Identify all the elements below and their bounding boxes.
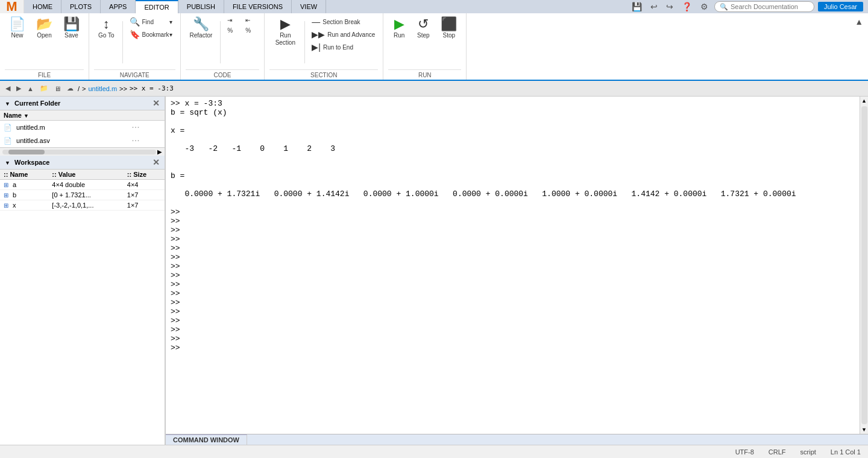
comment-button[interactable]: % bbox=[224, 26, 241, 35]
new-label: New bbox=[11, 32, 23, 39]
up-folder-button[interactable]: ▲ bbox=[25, 84, 36, 93]
collapse-ribbon-icon[interactable]: ▲ bbox=[852, 16, 866, 28]
ws-col-size[interactable]: :: Size bbox=[124, 170, 165, 180]
ws-value-b: [0 + 1.7321... bbox=[48, 190, 123, 200]
ws-row-a[interactable]: ⊞ a 4×4 double 4×4 bbox=[0, 180, 165, 190]
run-section-icon: ▶ bbox=[280, 17, 291, 31]
indent-button[interactable]: ⇥ bbox=[224, 16, 241, 25]
tab-editor[interactable]: EDITOR bbox=[136, 0, 178, 13]
open-button[interactable]: 📂 Open bbox=[32, 16, 57, 41]
position-status[interactable]: Ln 1 Col 1 bbox=[828, 448, 863, 456]
run-section-button[interactable]: ▶ RunSection bbox=[269, 16, 301, 48]
ws-row-x[interactable]: ⊞ x [-3,-2,-1,0,1,... 1×7 bbox=[0, 200, 165, 211]
user-badge[interactable]: Julio Cesar bbox=[818, 2, 863, 11]
step-button[interactable]: ↺ Step bbox=[412, 16, 434, 41]
breadcrumb[interactable]: untitled.m bbox=[88, 85, 117, 92]
run-section-label: RUN bbox=[388, 69, 461, 80]
desktop-button[interactable]: 🖥 bbox=[52, 84, 63, 93]
find-icon: 🔍 bbox=[130, 17, 140, 27]
vscroll-track[interactable] bbox=[861, 106, 867, 424]
tab-file-versions[interactable]: FILE VERSIONS bbox=[224, 0, 292, 13]
run-advance-button[interactable]: ▶▶ Run and Advance bbox=[309, 28, 378, 40]
folder-hscrollbar[interactable]: ▶ bbox=[0, 147, 165, 156]
save-ribbon-icon: 💾 bbox=[63, 17, 80, 31]
ribbon-run-section: ▶ Run ↺ Step ⬛ Stop RUN bbox=[383, 13, 467, 80]
close-folder-panel-button[interactable]: ✕ bbox=[153, 98, 160, 108]
file-table: Name ▼ 📄 untitled.m ··· bbox=[0, 110, 165, 147]
refactor-icon: 🔧 bbox=[193, 17, 209, 31]
settings-icon[interactable]: ⚙ bbox=[698, 1, 711, 13]
hscroll-right-arrow[interactable]: ▶ bbox=[157, 148, 162, 155]
outdent-icon: ⇤ bbox=[245, 17, 250, 24]
redo-icon[interactable]: ↪ bbox=[664, 1, 676, 13]
ws-col-name[interactable]: :: Name bbox=[0, 170, 48, 180]
current-folder-header: ▼ Current Folder ✕ bbox=[0, 97, 165, 110]
file-name-untitled-asv: 📄 untitled.asv bbox=[0, 134, 128, 147]
bookmark-button[interactable]: 🔖 Bookmark ▾ bbox=[127, 28, 175, 40]
folder-triangle-icon: ▼ bbox=[5, 101, 10, 107]
forward-button[interactable]: ▶ bbox=[14, 84, 23, 93]
vscroll-down-arrow[interactable]: ▼ bbox=[860, 425, 868, 434]
step-icon: ↺ bbox=[418, 17, 429, 31]
code-section-label: CODE bbox=[186, 69, 260, 80]
tab-view[interactable]: VIEW bbox=[292, 0, 326, 13]
file-m-icon: 📄 bbox=[4, 124, 12, 131]
status-bar: UTF-8 CRLF script Ln 1 Col 1 bbox=[0, 445, 868, 458]
bookmark-icon: 🔖 bbox=[130, 30, 140, 39]
stop-button[interactable]: ⬛ Stop bbox=[436, 16, 461, 41]
right-container: >> x = -3:3 b = sqrt (x) x = -3 -2 -1 0 … bbox=[166, 97, 868, 434]
type-status[interactable]: script bbox=[798, 448, 819, 456]
back-button[interactable]: ◀ bbox=[4, 84, 12, 93]
help-icon[interactable]: ❓ bbox=[679, 1, 694, 13]
ribbon: 📄 New 📂 Open 💾 Save FILE ↕ Go To 🔍 bbox=[0, 13, 868, 81]
run-end-button[interactable]: ▶| Run to End bbox=[309, 41, 378, 53]
new-button[interactable]: 📄 New bbox=[5, 16, 30, 41]
run-button[interactable]: ▶ Run bbox=[388, 16, 410, 41]
section-break-button[interactable]: — Section Break bbox=[309, 16, 378, 28]
vscroll-up-arrow[interactable]: ▲ bbox=[860, 97, 868, 105]
workspace-table: :: Name :: Value :: Size bbox=[0, 170, 165, 211]
file-dots-untitled-m[interactable]: ··· bbox=[128, 121, 165, 135]
stop-label: Stop bbox=[442, 32, 455, 39]
file-row-untitled-m[interactable]: 📄 untitled.m ··· bbox=[0, 121, 165, 135]
comment-icon: % bbox=[227, 27, 233, 34]
save-button[interactable]: 💾 Save bbox=[59, 16, 84, 41]
find-button[interactable]: 🔍 Find ▾ bbox=[127, 16, 175, 28]
run-label: Run bbox=[394, 32, 404, 39]
search-input[interactable] bbox=[731, 3, 809, 10]
cloud-button[interactable]: ☁ bbox=[65, 84, 75, 93]
more-options-icon-2[interactable]: ··· bbox=[131, 135, 139, 145]
file-row-untitled-asv[interactable]: 📄 untitled.asv ··· bbox=[0, 134, 165, 147]
undo-icon[interactable]: ↩ bbox=[648, 1, 660, 13]
tab-apps[interactable]: APPS bbox=[101, 0, 136, 13]
encoding-status[interactable]: UTF-8 bbox=[733, 448, 756, 456]
command-output[interactable]: >> x = -3:3 b = sqrt (x) x = -3 -2 -1 0 … bbox=[166, 97, 860, 434]
ribbon-file-section: 📄 New 📂 Open 💾 Save FILE bbox=[0, 13, 89, 80]
file-col-name[interactable]: Name ▼ bbox=[0, 110, 165, 121]
ws-col-name-icon: :: bbox=[4, 171, 8, 178]
sort-icon: ▼ bbox=[24, 113, 29, 119]
browse-folder-button[interactable]: 📁 bbox=[38, 84, 50, 93]
uncomment-icon: % bbox=[245, 27, 251, 34]
more-options-icon[interactable]: ··· bbox=[131, 122, 139, 132]
file-dots-untitled-asv[interactable]: ··· bbox=[128, 134, 165, 147]
goto-button[interactable]: ↕ Go To bbox=[94, 16, 119, 41]
close-workspace-panel-button[interactable]: ✕ bbox=[153, 157, 160, 167]
vscrollbar[interactable]: ▲ ▼ bbox=[860, 97, 868, 434]
folder-hscroll-thumb[interactable] bbox=[8, 150, 45, 154]
run-end-label: Run to End bbox=[323, 44, 353, 51]
folder-hscroll-track[interactable] bbox=[2, 150, 156, 154]
tab-plots[interactable]: PLOTS bbox=[61, 0, 101, 13]
main-area: ▼ Current Folder ✕ Name ▼ bbox=[0, 97, 868, 445]
tab-home[interactable]: HOME bbox=[24, 0, 61, 13]
cmd-window-tab[interactable]: COMMAND WINDOW bbox=[166, 434, 247, 445]
ws-row-b[interactable]: ⊞ b [0 + 1.7321... 1×7 bbox=[0, 190, 165, 200]
tab-publish[interactable]: PUBLISH bbox=[178, 0, 224, 13]
save-icon[interactable]: 💾 bbox=[629, 1, 644, 13]
refactor-button[interactable]: 🔧 Refactor bbox=[186, 16, 217, 41]
eol-status[interactable]: CRLF bbox=[766, 448, 788, 456]
ws-col-value[interactable]: :: Value bbox=[48, 170, 123, 180]
uncomment-button[interactable]: % bbox=[242, 26, 259, 35]
goto-label: Go To bbox=[98, 32, 115, 39]
outdent-button[interactable]: ⇤ bbox=[242, 16, 259, 25]
